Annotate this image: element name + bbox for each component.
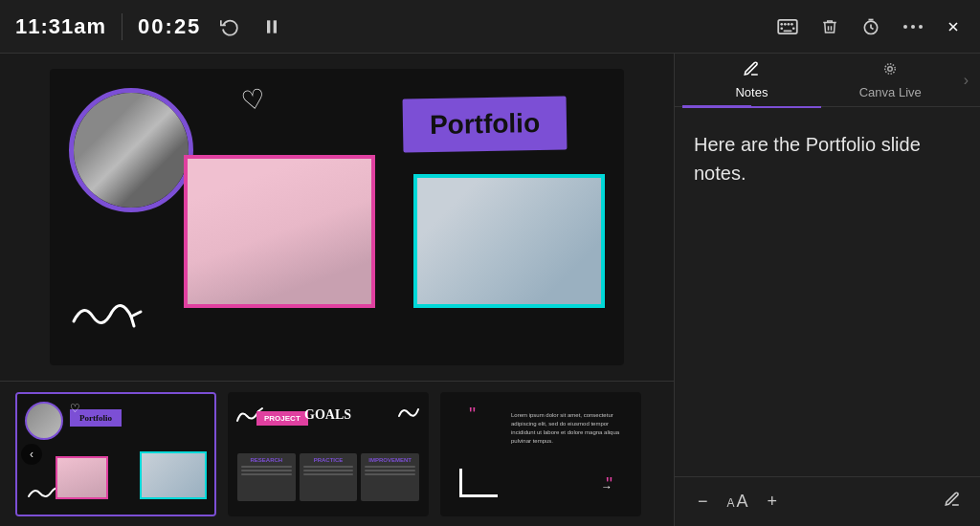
font-controls: − AA + [690, 488, 785, 515]
thumb2-background: PROJECT GOALS RESEARCH [228, 392, 429, 516]
notes-tab-label: Notes [735, 85, 768, 99]
cyan-frame-image [417, 178, 601, 304]
thumb3-quote-text: Lorem ipsum dolor sit amet, consectetur … [511, 411, 626, 446]
svg-point-13 [911, 25, 915, 29]
top-bar: 11:31am 00:25 [0, 0, 980, 54]
trash-button[interactable] [817, 13, 842, 40]
thumbnail-3[interactable]: " Lorem ipsum dolor sit amet, consectetu… [440, 392, 641, 516]
svg-point-17 [888, 67, 893, 72]
thumb2-goals-label: GOALS [304, 407, 351, 423]
history-button[interactable] [216, 13, 243, 40]
thumb2-practice-label: PRACTICE [303, 457, 354, 463]
notes-content: Here are the Portfolio slide notes. [675, 107, 980, 476]
laptop-image [74, 93, 189, 208]
tab-notes[interactable]: Notes [682, 54, 821, 107]
thumb2-project-label: PROJECT [256, 411, 308, 426]
thumbnail-strip: ‹ Portfolio ♡ [0, 381, 674, 526]
thumb1-heart: ♡ [70, 402, 80, 415]
thumb2-research-lines [241, 466, 292, 475]
pause-button[interactable] [258, 13, 285, 40]
more-button[interactable] [900, 21, 926, 33]
main-layout: ♡ Portfolio [0, 54, 980, 526]
thumbnail-1[interactable]: ‹ Portfolio ♡ [15, 392, 216, 516]
canva-live-tab-label: Canva Live [859, 85, 922, 99]
portfolio-title-box: Portfolio [402, 97, 567, 153]
pink-frame-image [188, 159, 371, 304]
thumb2-improvement-lines [365, 466, 415, 475]
thumb2-practice-lines [303, 466, 354, 475]
thumbnail-2[interactable]: PROJECT GOALS RESEARCH [228, 392, 429, 516]
thumb-prev-button[interactable]: ‹ [21, 444, 42, 465]
thumb3-open-quote: " [469, 404, 476, 426]
timer-button[interactable] [858, 13, 884, 40]
cyan-frame [413, 174, 605, 308]
panel-expand-icon[interactable]: › [960, 68, 972, 93]
close-button[interactable] [942, 15, 965, 38]
svg-point-18 [885, 64, 896, 75]
thumb2-col-improvement: IMPROVEMENT [361, 453, 419, 501]
left-panel: ♡ Portfolio [0, 54, 674, 526]
thumb2-squiggle-right [397, 402, 421, 421]
thumb2-research-label: RESEARCH [241, 457, 292, 463]
divider [122, 13, 122, 40]
svg-rect-0 [267, 20, 270, 33]
svg-point-12 [903, 25, 907, 29]
thumb1-pink-frame [56, 456, 108, 499]
thumb3-background: " Lorem ipsum dolor sit amet, consectetu… [440, 392, 641, 516]
portfolio-title: Portfolio [430, 108, 541, 140]
svg-rect-1 [274, 20, 277, 33]
svg-point-14 [919, 25, 923, 29]
pink-frame [184, 155, 375, 308]
tab-canva-live[interactable]: Canva Live [821, 54, 960, 107]
wave-doodle [69, 293, 145, 337]
thumb3-arrow: → [601, 480, 612, 493]
thumb1-background: ‹ Portfolio ♡ [17, 394, 214, 515]
thumb2-improvement-label: IMPROVEMENT [365, 457, 415, 463]
notes-text: Here are the Portfolio slide notes. [694, 134, 921, 184]
edit-notes-button[interactable] [940, 487, 965, 516]
notes-tab-icon [743, 60, 760, 81]
thumb3-corner [459, 469, 498, 497]
panel-footer: − AA + [675, 476, 980, 526]
panel-tabs: Notes Canva Live › [675, 54, 980, 107]
keyboard-button[interactable] [773, 15, 802, 38]
time-display: 11:31am [15, 14, 106, 39]
thumb2-columns: RESEARCH PRACTICE IMPROVEM [237, 453, 419, 501]
timer-display: 00:25 [138, 14, 201, 39]
main-slide[interactable]: ♡ Portfolio [50, 69, 624, 365]
canva-live-tab-icon [881, 60, 899, 81]
font-size-label: AA [727, 492, 748, 512]
thumb1-cyan-frame [140, 451, 207, 499]
slide-background: ♡ Portfolio [50, 69, 624, 365]
thumb2-col-practice: PRACTICE [300, 453, 358, 501]
thumb1-circle [25, 402, 63, 440]
circle-frame [69, 88, 193, 212]
right-panel: Notes Canva Live › Here are the Portfoli… [674, 54, 980, 526]
slide-preview-area: ♡ Portfolio [0, 54, 674, 381]
heart-doodle: ♡ [238, 82, 267, 118]
font-increase-button[interactable]: + [760, 488, 786, 515]
thumb2-col-research: RESEARCH [237, 453, 296, 501]
font-decrease-button[interactable]: − [690, 488, 716, 515]
